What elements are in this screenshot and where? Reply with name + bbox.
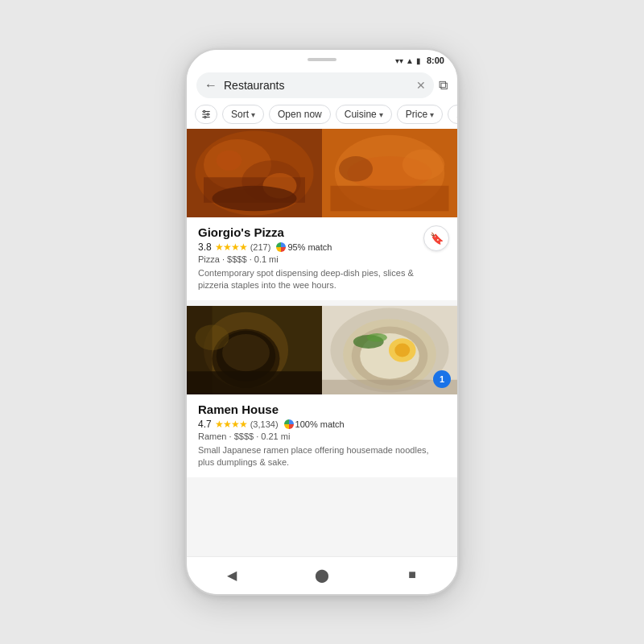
price-chip-arrow: ▾: [430, 110, 434, 119]
giorgios-info: Giorgio's Pizza 3.8 ★★★★ (217) 95% match…: [187, 217, 457, 300]
filter-icon-button[interactable]: [195, 105, 217, 124]
status-bar-icons: ▾▾ ▲ ▮ 8:00: [395, 56, 444, 65]
extra-chip[interactable]: 1: [448, 105, 457, 124]
giorgios-desc: Contemporary spot dispensing deep-dish p…: [198, 267, 446, 292]
back-arrow-icon[interactable]: ←: [204, 78, 217, 93]
sort-chip[interactable]: Sort ▾: [222, 105, 264, 124]
sort-chip-arrow: ▾: [251, 110, 255, 119]
svg-point-18: [339, 156, 373, 182]
svg-point-34: [394, 343, 410, 357]
open-now-chip[interactable]: Open now: [269, 105, 331, 124]
giorgios-stars: ★★★★: [215, 242, 247, 253]
svg-point-11: [217, 151, 242, 171]
clear-search-icon[interactable]: ✕: [416, 79, 426, 92]
ramen-desc: Small Japanese ramen place offering hous…: [198, 444, 446, 469]
ramen-badge: 1: [433, 370, 451, 388]
giorgios-cuisine: Pizza: [198, 254, 220, 264]
ramen-images: 1: [187, 306, 457, 394]
ramen-image-right: 1: [322, 306, 457, 394]
ramen-cuisine: Ramen: [198, 431, 226, 441]
price-chip-label: Price: [406, 109, 427, 120]
ramen-rating-row: 4.7 ★★★★ (3,134) 100% match: [198, 419, 446, 430]
giorgios-rating-row: 3.8 ★★★★ (217) 95% match: [198, 242, 446, 253]
ramen-match: 100% match: [295, 419, 345, 429]
nav-home-button[interactable]: ⬤: [306, 564, 338, 586]
sort-chip-label: Sort: [231, 109, 249, 120]
wifi-icon: ▾▾: [395, 56, 403, 65]
svg-rect-26: [187, 371, 322, 394]
svg-point-13: [213, 186, 297, 212]
restaurant-card-giorgios[interactable]: Giorgio's Pizza 3.8 ★★★★ (217) 95% match…: [187, 129, 457, 300]
filter-row: Sort ▾ Open now Cuisine ▾ Price ▾ 1: [187, 101, 457, 129]
pizza-image-2: [322, 129, 457, 217]
svg-point-24: [222, 334, 270, 371]
ramen-distance: 0.21 mi: [261, 431, 290, 441]
ramen-rating-num: 4.7: [198, 419, 212, 430]
cuisine-chip-label: Cuisine: [345, 109, 377, 120]
ramen-meta: Ramen · $$$$ · 0.21 mi: [198, 431, 446, 441]
svg-point-36: [367, 333, 387, 342]
giorgios-review-count: (217): [250, 242, 271, 252]
giorgios-name: Giorgio's Pizza: [198, 225, 446, 239]
giorgios-images: [187, 129, 457, 217]
svg-point-19: [402, 150, 445, 180]
restaurant-list: Giorgio's Pizza 3.8 ★★★★ (217) 95% match…: [187, 129, 457, 556]
giorgios-save-button[interactable]: 🔖: [423, 225, 449, 251]
open-now-chip-label: Open now: [278, 109, 322, 120]
restaurant-card-ramen[interactable]: 1 Ramen House 4.7 ★★★★ (3,134) 100% matc…: [187, 306, 457, 477]
nav-square-button[interactable]: ■: [396, 564, 428, 586]
ramen-match-badge: 100% match: [284, 419, 345, 429]
ramen-stars: ★★★★: [215, 419, 247, 430]
ramen-price: $$$$: [234, 431, 254, 441]
giorgios-image-left: [187, 129, 322, 217]
ramen-name: Ramen House: [198, 402, 446, 416]
extra-chip-label: 1: [456, 109, 457, 120]
search-query: Restaurants: [224, 79, 410, 92]
svg-point-27: [196, 324, 229, 350]
ramen-image-left: [187, 306, 322, 394]
giorgios-image-right: [322, 129, 457, 217]
battery-icon: ▮: [416, 56, 421, 65]
bookmark-icon: 🔖: [430, 232, 444, 245]
phone-inner: ▾▾ ▲ ▮ 8:00 ← Restaurants ✕ ⧉: [187, 50, 457, 594]
svg-point-5: [204, 116, 206, 118]
giorgios-rating-num: 3.8: [198, 242, 212, 253]
signal-icon: ▲: [406, 56, 414, 65]
giorgios-match: 95% match: [287, 242, 332, 252]
pill-handle: [308, 58, 336, 61]
giorgios-match-badge: 95% match: [276, 242, 332, 252]
nav-square-icon: ■: [408, 568, 416, 582]
price-chip[interactable]: Price ▾: [397, 105, 443, 124]
ramen-match-dot-icon: [284, 419, 294, 429]
giorgios-price: $$$$: [227, 254, 246, 264]
status-time: 8:00: [427, 56, 444, 65]
map-view-icon[interactable]: ⧉: [439, 78, 448, 93]
ramen-review-count: (3,134): [250, 419, 279, 429]
match-dot-icon: [276, 242, 286, 252]
nav-home-icon: ⬤: [315, 568, 329, 583]
ramen-info: Ramen House 4.7 ★★★★ (3,134) 100% match …: [187, 394, 457, 477]
svg-point-3: [204, 110, 205, 112]
pizza-image-1: [187, 129, 322, 217]
giorgios-meta: Pizza · $$$$ · 0.1 mi: [198, 254, 446, 264]
ramen-image-dark: [187, 306, 322, 394]
search-bar: ← Restaurants ✕ ⧉: [187, 68, 457, 101]
cuisine-chip[interactable]: Cuisine ▾: [336, 105, 392, 124]
svg-point-4: [207, 114, 208, 115]
phone-frame: ▾▾ ▲ ▮ 8:00 ← Restaurants ✕ ⧉: [185, 48, 459, 596]
search-input-row[interactable]: ← Restaurants ✕: [196, 72, 434, 98]
cuisine-chip-arrow: ▾: [379, 110, 383, 119]
nav-back-icon: ◀: [227, 568, 237, 583]
nav-back-button[interactable]: ◀: [216, 564, 248, 586]
bottom-nav: ◀ ⬤ ■: [187, 556, 457, 594]
giorgios-distance: 0.1 mi: [254, 254, 279, 264]
